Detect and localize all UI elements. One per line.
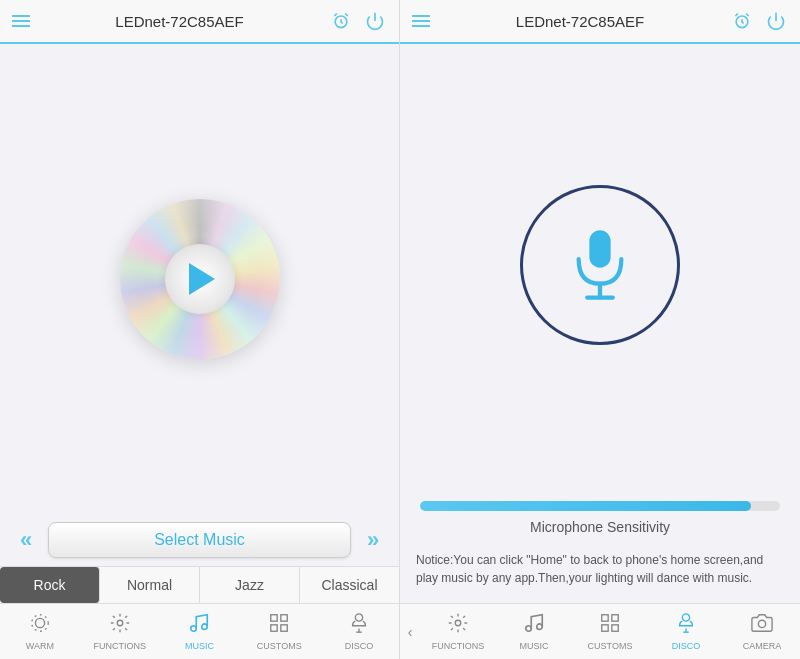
right-nav-music-label: MUSIC [520,641,549,651]
right-functions-icon [447,612,469,639]
right-music-icon [523,612,545,639]
right-nav-camera[interactable]: CAMERA [724,604,800,659]
music-area [0,44,399,514]
nav-functions-label: FUNCTIONS [93,641,146,651]
right-nav-music[interactable]: MUSIC [496,604,572,659]
right-header-title: LEDnet-72C85AEF [430,13,730,30]
right-nav-camera-label: CAMERA [743,641,782,651]
svg-rect-19 [589,230,610,267]
select-music-label: Select Music [154,531,245,549]
svg-line-1 [334,14,337,17]
right-header-icons [730,9,788,33]
svg-line-16 [735,14,738,17]
right-nav-disco[interactable]: DISCO [648,604,724,659]
svg-rect-12 [281,625,287,631]
microphone-icon [565,225,635,305]
mic-area [400,44,800,485]
alarm-icon[interactable] [329,9,353,33]
nav-warm[interactable]: WARM [0,604,80,659]
genre-tab-jazz[interactable]: Jazz [200,567,300,603]
svg-point-5 [32,615,49,632]
right-nav-customs-label: CUSTOMS [588,641,633,651]
svg-point-24 [537,624,543,630]
disco-icon [348,612,370,639]
select-music-button[interactable]: Select Music [48,522,351,558]
svg-point-8 [202,624,208,630]
nav-functions[interactable]: FUNCTIONS [80,604,160,659]
svg-line-2 [345,14,348,17]
power-icon[interactable] [363,9,387,33]
genre-tabs: Rock Normal Jazz Classical [0,566,399,603]
cd-center [165,244,235,314]
right-power-icon[interactable] [764,9,788,33]
left-header: LEDnet-72C85AEF [0,0,399,44]
play-button[interactable] [189,263,215,295]
left-bottom-nav: WARM FUNCTIONS MUSIC [0,603,399,659]
warm-icon [29,612,51,639]
cd-disc[interactable] [120,199,280,359]
sensitivity-label: Microphone Sensitivity [420,519,780,535]
svg-point-31 [758,620,765,627]
svg-point-6 [117,620,123,626]
right-panel: LEDnet-72C85AEF [400,0,800,659]
genre-tab-normal[interactable]: Normal [100,567,200,603]
svg-point-23 [526,626,532,632]
nav-warm-label: WARM [26,641,54,651]
mic-circle[interactable] [520,185,680,345]
nav-customs-label: CUSTOMS [257,641,302,651]
right-nav-functions-label: FUNCTIONS [432,641,485,651]
right-bottom-nav: ‹ FUNCTIONS MUSIC [400,603,800,659]
right-nav-customs[interactable]: CUSTOMS [572,604,648,659]
right-disco-icon [675,612,697,639]
right-nav-functions[interactable]: FUNCTIONS [420,604,496,659]
svg-point-7 [191,626,197,632]
functions-icon [109,612,131,639]
svg-line-17 [746,14,749,17]
sensitivity-fill [420,501,751,511]
right-header: LEDnet-72C85AEF [400,0,800,44]
back-arrow[interactable]: ‹ [400,624,420,640]
svg-rect-26 [612,615,618,621]
customs-icon [268,612,290,639]
right-customs-icon [599,612,621,639]
svg-rect-28 [612,625,618,631]
genre-tab-classical[interactable]: Classical [300,567,399,603]
svg-rect-27 [602,625,608,631]
left-header-title: LEDnet-72C85AEF [30,13,329,30]
svg-rect-25 [602,615,608,621]
nav-music[interactable]: MUSIC [160,604,240,659]
right-hamburger-icon[interactable] [412,15,430,27]
sensitivity-area: Microphone Sensitivity [400,485,800,543]
right-camera-icon [751,612,773,639]
nav-music-label: MUSIC [185,641,214,651]
select-music-row: « Select Music » [0,514,399,566]
notice-text: Notice:You can click "Home" to back to p… [400,543,800,603]
svg-rect-11 [271,625,277,631]
svg-rect-10 [281,615,287,621]
nav-disco-label: DISCO [345,641,374,651]
svg-rect-9 [271,615,277,621]
svg-point-22 [455,620,461,626]
left-panel: LEDnet-72C85AEF [0,0,400,659]
nav-customs[interactable]: CUSTOMS [239,604,319,659]
right-nav-disco-label: DISCO [672,641,701,651]
prev-arrow[interactable]: « [10,524,42,556]
left-header-icons [329,9,387,33]
next-arrow[interactable]: » [357,524,389,556]
hamburger-icon[interactable] [12,15,30,27]
nav-disco[interactable]: DISCO [319,604,399,659]
right-alarm-icon[interactable] [730,9,754,33]
sensitivity-track [420,501,780,511]
sensitivity-slider[interactable] [420,501,780,511]
svg-point-4 [35,618,44,627]
genre-tab-rock[interactable]: Rock [0,567,100,603]
music-icon [188,612,210,639]
